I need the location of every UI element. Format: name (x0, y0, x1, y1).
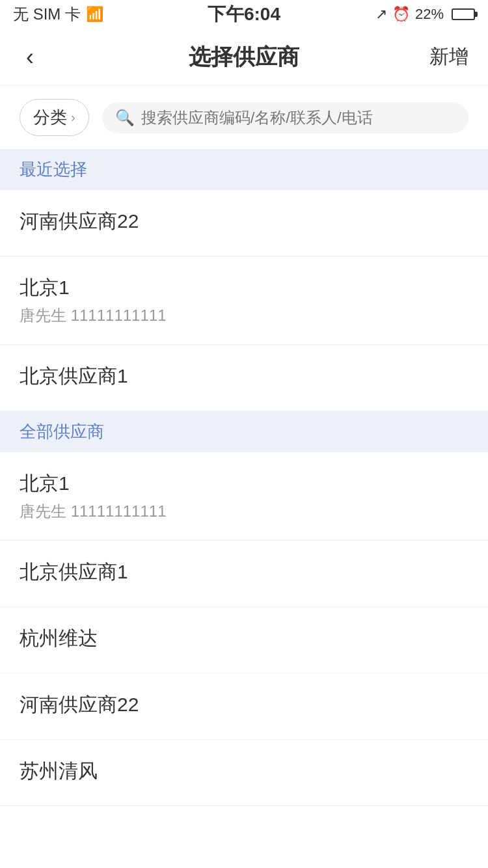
all-section-header: 全部供应商 (0, 411, 488, 452)
item-name: 杭州维达 (20, 625, 468, 652)
list-item[interactable]: 北京供应商1 (0, 541, 488, 607)
search-icon: 🔍 (115, 109, 135, 127)
all-list: 北京1唐先生 11111111111北京供应商1杭州维达河南供应商22苏州清风 (0, 452, 488, 806)
carrier-text: 无 SIM 卡 (13, 4, 81, 25)
list-item[interactable]: 苏州清风 (0, 740, 488, 806)
status-bar: 无 SIM 卡 📶 下午6:04 ↗ ⏰ 22% (0, 0, 488, 29)
search-input[interactable] (141, 109, 455, 127)
alarm-icon: ⏰ (392, 6, 410, 23)
item-name: 北京供应商1 (20, 559, 468, 586)
item-name: 河南供应商22 (20, 208, 468, 235)
battery-bar (452, 8, 475, 20)
nav-bar: ‹ 选择供应商 新增 (0, 29, 488, 86)
filter-bar: 分类 › 🔍 (0, 86, 488, 149)
location-icon: ↗ (375, 6, 387, 23)
list-item[interactable]: 北京1唐先生 11111111111 (0, 452, 488, 541)
recent-list: 河南供应商22北京1唐先生 11111111111北京供应商1 (0, 190, 488, 411)
status-time: 下午6:04 (208, 2, 280, 27)
list-item[interactable]: 河南供应商22 (0, 190, 488, 256)
category-label: 分类 (33, 106, 67, 129)
search-box: 🔍 (102, 102, 468, 133)
chevron-right-icon: › (71, 110, 75, 125)
recent-section-header: 最近选择 (0, 149, 488, 190)
list-item[interactable]: 杭州维达 (0, 607, 488, 673)
item-sub: 唐先生 11111111111 (20, 305, 468, 326)
item-name: 苏州清风 (20, 758, 468, 785)
page-title: 选择供应商 (189, 42, 299, 72)
list-item[interactable]: 北京供应商1 (0, 345, 488, 411)
all-section-label: 全部供应商 (20, 422, 104, 441)
list-item[interactable]: 河南供应商22 (0, 673, 488, 740)
recent-section-label: 最近选择 (20, 159, 87, 179)
status-left: 无 SIM 卡 📶 (13, 4, 103, 25)
item-name: 北京1 (20, 275, 468, 301)
list-item[interactable]: 北京1唐先生 11111111111 (0, 256, 488, 345)
back-button[interactable]: ‹ (20, 39, 40, 75)
item-name: 北京1 (20, 470, 468, 497)
wifi-icon: 📶 (86, 6, 103, 23)
status-right: ↗ ⏰ 22% (375, 6, 475, 23)
item-name: 北京供应商1 (20, 363, 468, 390)
add-button[interactable]: 新增 (429, 44, 468, 70)
item-name: 河南供应商22 (20, 692, 468, 718)
battery-percent: 22% (415, 6, 444, 23)
category-button[interactable]: 分类 › (20, 99, 89, 136)
item-sub: 唐先生 11111111111 (20, 501, 468, 522)
